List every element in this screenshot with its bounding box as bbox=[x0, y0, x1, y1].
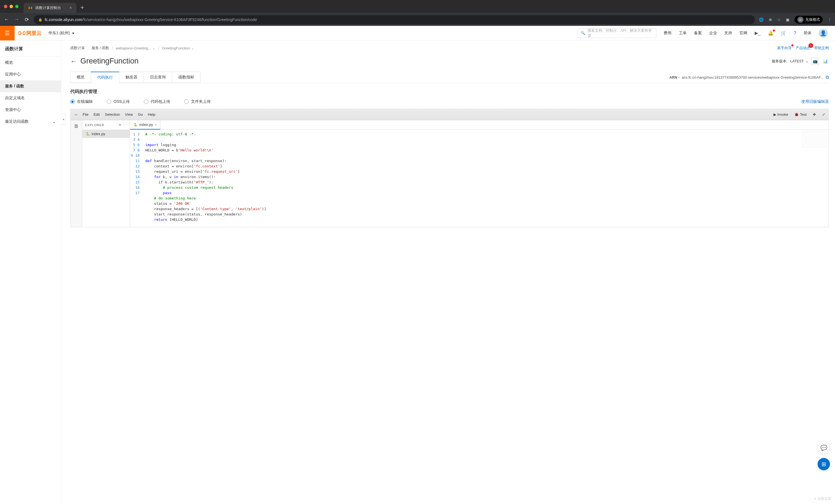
old-editor-link[interactable]: 使用旧版编辑器 bbox=[801, 99, 829, 104]
help-icon[interactable]: ? bbox=[794, 31, 796, 36]
svg-rect-1 bbox=[31, 7, 32, 9]
close-window-icon[interactable] bbox=[4, 5, 7, 8]
zoom-icon[interactable]: ⊕ bbox=[769, 17, 772, 22]
search-input[interactable]: 🔍 搜索文档、控制台、API、解决方案和资源 bbox=[578, 28, 656, 38]
region-selector[interactable]: 华东1 (杭州) ▾ bbox=[48, 31, 74, 36]
files-icon[interactable]: 🗎 bbox=[73, 122, 80, 130]
product-news-link[interactable]: 产品动态5 bbox=[796, 45, 810, 51]
maximize-window-icon[interactable] bbox=[15, 5, 19, 8]
chevron-down-icon: ⌄ bbox=[53, 119, 56, 124]
upload-mode-radio[interactable]: 代码包上传 bbox=[144, 99, 170, 104]
minimize-window-icon[interactable] bbox=[9, 5, 13, 8]
notifications-icon[interactable]: 🔔 bbox=[768, 31, 773, 36]
ide-link-icon[interactable]: ⫘ bbox=[74, 113, 78, 117]
upload-mode-radio[interactable]: 在线编辑 bbox=[70, 99, 93, 104]
aliyun-logo-icon bbox=[19, 31, 25, 36]
nav-link-site[interactable]: 官网 bbox=[739, 31, 747, 36]
move-icon[interactable]: ✥ bbox=[813, 113, 816, 117]
help-docs-link[interactable]: 帮助文档 bbox=[814, 45, 829, 51]
ide-explorer: EXPLORER ⧉ ⋯ 🐍 index.py bbox=[82, 120, 130, 227]
upload-mode-radio[interactable]: OSS上传 bbox=[107, 99, 130, 104]
forward-button[interactable]: → bbox=[14, 17, 20, 22]
ide-menu-item[interactable]: Help bbox=[148, 113, 155, 117]
page-tab[interactable]: 日志查询 bbox=[144, 72, 172, 83]
page-tab[interactable]: 触发器 bbox=[119, 72, 144, 83]
page-tab[interactable]: 函数指标 bbox=[172, 72, 201, 83]
close-tab-icon[interactable]: × bbox=[155, 122, 157, 127]
page-tabs: 概览代码执行触发器日志查询函数指标 bbox=[70, 72, 200, 83]
chevron-down-icon: ▾ bbox=[72, 31, 74, 35]
file-item[interactable]: 🐍 index.py bbox=[82, 130, 130, 138]
breadcrumb-service-dropdown[interactable]: webapixxx-Greeting... ⌄ bbox=[116, 46, 155, 50]
sidebar-item[interactable]: 资源中心 bbox=[0, 104, 61, 116]
sidebar-item[interactable]: 服务 / 函数 bbox=[0, 80, 61, 92]
metrics-icon-button[interactable]: 📊 bbox=[821, 58, 829, 65]
editor-tab[interactable]: 🐍 index.py × bbox=[130, 120, 160, 129]
extensions-icon[interactable]: ▣ bbox=[786, 17, 790, 22]
chevron-down-icon: ⌄ bbox=[191, 46, 194, 50]
fullscreen-icon[interactable]: ⤢ bbox=[822, 113, 825, 117]
copy-arn-button[interactable]: ⧉ bbox=[826, 75, 829, 80]
nav-link-billing[interactable]: 费用 bbox=[664, 31, 671, 36]
breadcrumb-function-dropdown[interactable]: GreetingFunction ⌄ bbox=[162, 46, 194, 50]
nav-link-enterprise[interactable]: 企业 bbox=[709, 31, 717, 36]
section-title: 代码执行管理 bbox=[70, 89, 829, 95]
nav-link-icp[interactable]: 备案 bbox=[694, 31, 702, 36]
minimap[interactable] bbox=[802, 131, 828, 148]
incognito-badge[interactable]: 无痕模式 bbox=[795, 16, 823, 24]
apps-button[interactable]: ⊞ bbox=[818, 458, 830, 470]
breadcrumb-sep: / bbox=[158, 46, 159, 50]
terminal-icon[interactable]: ▶_ bbox=[755, 31, 760, 36]
ide-activity-bar: 🗎 bbox=[70, 120, 82, 227]
new-tab-button[interactable]: + bbox=[80, 4, 84, 11]
back-button[interactable]: ← bbox=[3, 17, 9, 22]
browser-menu-icon[interactable]: ⋮ bbox=[828, 17, 832, 22]
nav-link-support[interactable]: 支持 bbox=[724, 31, 732, 36]
monitor-icon-button[interactable]: 📺 bbox=[811, 58, 819, 65]
version-dropdown[interactable]: LATEST ⌄ bbox=[790, 59, 809, 63]
url-input[interactable]: 🔒 fc.console.aliyun.com/fc/service/cn-ha… bbox=[34, 15, 755, 24]
guide-link[interactable]: 新手向导 bbox=[777, 45, 792, 51]
test-button[interactable]: 🐞 Test bbox=[794, 113, 807, 117]
sidebar-item[interactable]: 概览 bbox=[0, 57, 61, 68]
ide-menu-item[interactable]: File bbox=[83, 113, 88, 117]
menu-toggle-button[interactable]: ☰ bbox=[0, 26, 15, 40]
page-tab[interactable]: 概览 bbox=[70, 72, 91, 83]
code-content[interactable]: # -*- coding: utf-8 -*- import logging H… bbox=[142, 130, 266, 227]
browser-tab[interactable]: 函数计算控制台 × bbox=[24, 3, 77, 13]
sidebar: 函数计算 概览应用中心服务 / 函数自定义域名资源中心最近访问函数⌄ bbox=[0, 40, 61, 504]
back-arrow-button[interactable]: ← bbox=[70, 57, 77, 65]
upload-mode-radio[interactable]: 文件夹上传 bbox=[184, 99, 211, 104]
window-controls bbox=[4, 5, 19, 8]
sidebar-item[interactable]: 应用中心 bbox=[0, 68, 61, 80]
translate-icon[interactable]: 🌐 bbox=[759, 17, 763, 22]
ide-menu-item[interactable]: Edit bbox=[94, 113, 100, 117]
browser-tab-bar: 函数计算控制台 × + bbox=[0, 0, 835, 13]
ide-menu-item[interactable]: Go bbox=[138, 113, 143, 117]
sidebar-item[interactable]: 最近访问函数⌄ bbox=[0, 116, 61, 127]
chat-button[interactable]: 💬 bbox=[818, 442, 830, 454]
breadcrumb-item[interactable]: 服务 / 函数 bbox=[91, 45, 109, 51]
sidebar-item[interactable]: 自定义域名 bbox=[0, 92, 61, 104]
tab-close-icon[interactable]: × bbox=[69, 5, 72, 11]
ide-menu-item[interactable]: View bbox=[125, 113, 133, 117]
region-label: 华东1 (杭州) bbox=[48, 31, 70, 36]
ide-menu-item[interactable]: Selection bbox=[105, 113, 120, 117]
cart-icon[interactable]: 🛒 bbox=[781, 31, 787, 36]
code-area[interactable]: 1 2 3 4 5 6 7 8 9 10 11 12 13 14 15 16 1… bbox=[130, 130, 829, 227]
page-tab[interactable]: 代码执行 bbox=[91, 72, 119, 83]
invoke-button[interactable]: ▶ Invoke bbox=[773, 113, 788, 117]
language-selector[interactable]: 简体 bbox=[803, 31, 811, 36]
version-label: 服务版本: bbox=[772, 59, 788, 64]
breadcrumb-item[interactable]: 函数计算 bbox=[70, 45, 85, 51]
more-icon[interactable]: ⋯ bbox=[124, 123, 127, 127]
brand-logo[interactable]: 阿里云 bbox=[15, 30, 45, 37]
bookmark-icon[interactable]: ☆ bbox=[777, 17, 781, 22]
explorer-header: EXPLORER ⧉ ⋯ bbox=[82, 120, 130, 130]
nav-link-ticket[interactable]: 工单 bbox=[679, 31, 687, 36]
collapse-all-icon[interactable]: ⧉ bbox=[119, 123, 121, 127]
user-avatar[interactable]: 👤 bbox=[819, 29, 828, 38]
radio-icon bbox=[184, 99, 189, 104]
reload-button[interactable]: ⟳ bbox=[24, 17, 30, 23]
brand-name: 阿里云 bbox=[26, 30, 42, 37]
